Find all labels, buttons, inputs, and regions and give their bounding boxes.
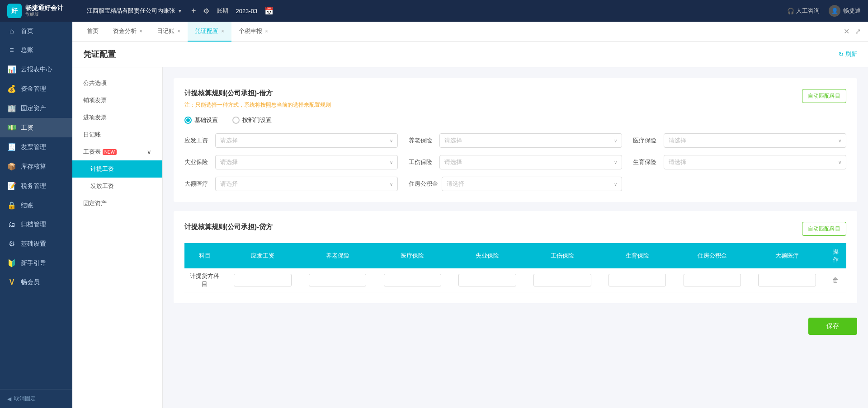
save-button[interactable]: 保存 [808, 318, 857, 335]
avatar: 👤 [829, 5, 840, 17]
input-medical[interactable] [384, 274, 442, 286]
radio-dept-circle [232, 117, 240, 124]
left-nav-pay-salary[interactable]: 发放工资 [72, 178, 162, 195]
cell-label: 计提贷方科目 [184, 268, 225, 292]
sidebar-item-tax[interactable]: 📝 税务管理 [0, 176, 72, 196]
input-housing[interactable] [684, 274, 741, 286]
select-pension[interactable]: 请选择 ∨ [439, 133, 622, 148]
sidebar-item-inventory[interactable]: 📦 库存核算 [0, 157, 72, 176]
tab-tax-report[interactable]: 个税申报 × [231, 22, 275, 42]
left-nav-journal[interactable]: 日记账 [72, 126, 162, 143]
select-unemployment[interactable]: 请选择 ∨ [215, 155, 398, 169]
cell-salary [225, 268, 300, 292]
add-button[interactable]: + [191, 6, 196, 16]
select-maternity[interactable]: 请选择 ∨ [664, 155, 846, 169]
cancel-pin-button[interactable]: ◀ 取消固定 [0, 389, 72, 408]
left-nav-public[interactable]: 公共选项 [72, 75, 162, 92]
sidebar-item-label: 固定资产 [21, 104, 46, 113]
input-pension[interactable] [309, 274, 367, 286]
tab-close-tax[interactable]: × [265, 28, 268, 34]
left-nav-purchase-invoice[interactable]: 进项发票 [72, 109, 162, 126]
company-name: 江西服宝精品有限责任公司内账张 [87, 7, 175, 15]
period-label: 账期 [217, 7, 228, 15]
sidebar-item-closing[interactable]: 🔒 结账 [0, 196, 72, 215]
delete-row-button[interactable]: 🗑 [832, 277, 839, 284]
sidebar-item-archive[interactable]: 🗂 归档管理 [0, 215, 72, 234]
vip-icon: V [7, 278, 16, 286]
sidebar-item-label: 发票管理 [21, 143, 46, 151]
sidebar-item-guide[interactable]: 🔰 新手引导 [0, 253, 72, 273]
tab-actions: ✕ ⤢ [844, 27, 861, 36]
funds-icon: 💰 [7, 84, 16, 93]
expand-tab-action[interactable]: ⤢ [855, 27, 861, 36]
select-medical[interactable]: 请选择 ∨ [664, 133, 846, 148]
user-menu[interactable]: 👤 畅捷通 [829, 5, 861, 17]
company-selector[interactable]: 江西服宝精品有限责任公司内账张 ▼ [87, 7, 182, 15]
sidebar-item-label: 新手引导 [21, 259, 46, 267]
refresh-button[interactable]: ↻ 刷新 [839, 50, 857, 58]
content-area: 首页 资金分析 × 日记账 × 凭证配置 × 个税申报 × ✕ ⤢ [72, 22, 868, 408]
credit-section-title: 计提核算规则(公司承担)-贷方 [184, 223, 273, 231]
sidebar-item-label: 税务管理 [21, 182, 46, 190]
calendar-icon[interactable]: 📅 [264, 7, 274, 15]
radio-dept[interactable]: 按部门设置 [232, 116, 272, 124]
cell-housing [675, 268, 750, 292]
tab-close-voucher[interactable]: × [221, 28, 224, 34]
tab-close-fund[interactable]: × [139, 28, 142, 34]
sidebar-item-salary[interactable]: 💵 工资 [0, 118, 72, 137]
input-salary[interactable] [234, 274, 292, 286]
tab-bar: 首页 资金分析 × 日记账 × 凭证配置 × 个税申报 × ✕ ⤢ [72, 22, 868, 42]
close-tab-action[interactable]: ✕ [844, 27, 849, 36]
debit-auto-match-button[interactable]: 自动匹配科目 [802, 89, 846, 103]
tab-journal[interactable]: 日记账 × [150, 22, 188, 42]
credit-table: 科目 应发工资 养老保险 医疗保险 失业保险 工伤保险 生育保险 住房公积金 大… [184, 243, 846, 292]
form-row-housing: 住房公积金 请选择 ∨ [409, 177, 622, 191]
reports-icon: 📊 [7, 65, 16, 74]
logo-sub: 旗舰版 [25, 11, 63, 18]
sidebar-item-vip[interactable]: V 畅会员 [0, 273, 72, 292]
radio-basic[interactable]: 基础设置 [184, 116, 218, 124]
label-large-medical: 大额医疗 [184, 180, 212, 188]
left-nav-fixed-assets[interactable]: 固定资产 [72, 195, 162, 212]
logo-area: 好 畅捷通好会计 旗舰版 [7, 4, 80, 18]
settings-icon[interactable]: ⚙ [203, 7, 209, 15]
col-injury: 工伤保险 [525, 243, 600, 268]
select-injury[interactable]: 请选择 ∨ [439, 155, 622, 169]
tab-home[interactable]: 首页 [80, 22, 106, 42]
credit-auto-match-button[interactable]: 自动匹配科目 [802, 222, 846, 236]
radio-group: 基础设置 按部门设置 [184, 116, 846, 124]
label-unemployment: 失业保险 [184, 158, 212, 166]
sidebar-item-invoices[interactable]: 🧾 发票管理 [0, 137, 72, 157]
sidebar-item-reports[interactable]: 📊 云报表中心 [0, 60, 72, 79]
left-nav-sales-invoice[interactable]: 销项发票 [72, 92, 162, 109]
input-maternity[interactable] [609, 274, 666, 286]
select-large-medical[interactable]: 请选择 ∨ [215, 177, 398, 191]
select-housing[interactable]: 请选择 ∨ [442, 177, 622, 191]
debit-section-note: 注：只能选择一种方式，系统将按照您当前的选择来配置规则 [184, 101, 331, 109]
sidebar-item-funds[interactable]: 💰 资金管理 [0, 79, 72, 98]
tab-close-journal[interactable]: × [177, 28, 180, 34]
page-header: 凭证配置 ↻ 刷新 [72, 42, 868, 67]
left-nav-salary-toggle[interactable]: 工资表 NEW ∨ [72, 143, 162, 160]
radio-basic-circle [184, 117, 192, 124]
sidebar-item-label: 云报表中心 [21, 66, 52, 74]
sidebar-item-ledger[interactable]: ≡ 总账 [0, 41, 72, 60]
credit-section: 计提核算规则(公司承担)-贷方 自动匹配科目 科目 应发工资 养老保险 医疗保险 [174, 211, 857, 303]
input-injury[interactable] [533, 274, 591, 286]
logo-text: 畅捷通好会计 [25, 4, 63, 12]
input-large-medical[interactable] [758, 274, 816, 286]
tab-fund-analysis[interactable]: 资金分析 × [106, 22, 150, 42]
sidebar-item-settings[interactable]: ⚙ 基础设置 [0, 234, 72, 253]
tab-voucher-config[interactable]: 凭证配置 × [188, 22, 231, 42]
service-button[interactable]: 🎧 人工咨询 [787, 7, 820, 15]
page-title: 凭证配置 [83, 49, 116, 60]
input-unemployment[interactable] [458, 274, 516, 286]
left-nav-calc-salary[interactable]: 计提工资 [72, 160, 162, 178]
dropdown-arrow: ∨ [390, 160, 393, 165]
sidebar-item-home[interactable]: ⌂ 首页 [0, 22, 72, 41]
dropdown-arrow: ∨ [390, 138, 393, 143]
select-salary[interactable]: 请选择 ∨ [215, 133, 398, 148]
assets-icon: 🏢 [7, 104, 16, 113]
sidebar-item-assets[interactable]: 🏢 固定资产 [0, 98, 72, 118]
refresh-icon: ↻ [839, 51, 844, 58]
